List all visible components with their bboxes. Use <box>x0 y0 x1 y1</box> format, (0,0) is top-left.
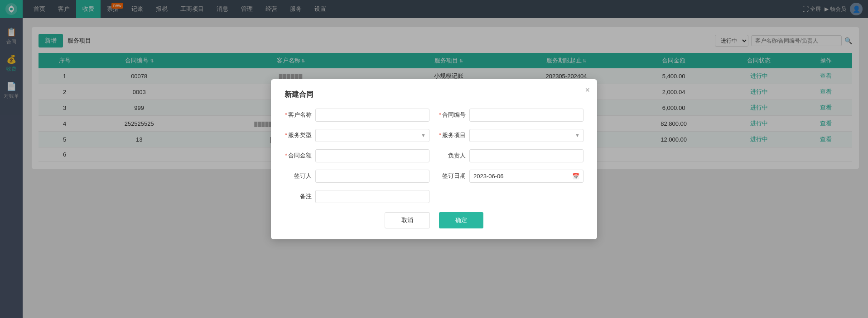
form-row-1: *客户名称 *合同编号 <box>285 109 583 122</box>
confirm-button[interactable]: 确定 <box>439 212 483 228</box>
form-row-4: 签订人 签订日期 2023-06-06 📅 <box>285 170 583 183</box>
form-row-2: *服务类型 ▼ *服务项目 ▼ <box>285 129 583 142</box>
remark-input[interactable] <box>315 190 429 203</box>
sign-date-field: 签订日期 2023-06-06 📅 <box>439 170 583 183</box>
responsible-input[interactable] <box>469 149 583 162</box>
customer-name-field: *客户名称 <box>285 109 429 122</box>
required-star: * <box>285 111 287 118</box>
service-type-label: *服务类型 <box>285 131 312 139</box>
calendar-icon: 📅 <box>572 173 579 180</box>
sign-date-label: 签订日期 <box>439 172 466 180</box>
modal-footer: 取消 确定 <box>285 212 583 228</box>
modal-overlay[interactable]: × 新建合同 *客户名称 *合同编号 *服务类型 <box>0 0 868 318</box>
signer-field: 签订人 <box>285 170 429 183</box>
responsible-label: 负责人 <box>439 152 466 160</box>
customer-name-label: *客户名称 <box>285 111 312 119</box>
remark-label: 备注 <box>285 192 312 200</box>
contract-amount-label: *合同金额 <box>285 152 312 160</box>
customer-name-input[interactable] <box>315 109 429 122</box>
service-type-select[interactable] <box>315 129 429 142</box>
contract-amount-field: *合同金额 0.00 <box>285 149 429 162</box>
service-type-field: *服务类型 ▼ <box>285 129 429 142</box>
contract-no-input[interactable] <box>469 109 583 122</box>
required-star-4: * <box>439 132 441 138</box>
service-item-label: *服务项目 <box>439 131 466 139</box>
sign-date-value: 2023-06-06 <box>473 173 504 180</box>
modal-title: 新建合同 <box>285 90 583 100</box>
new-contract-modal: × 新建合同 *客户名称 *合同编号 *服务类型 <box>271 79 597 239</box>
required-star-2: * <box>439 111 441 118</box>
sign-date-display[interactable]: 2023-06-06 📅 <box>469 170 583 183</box>
responsible-field: 负责人 <box>439 149 583 162</box>
contract-amount-input[interactable]: 0.00 <box>315 149 429 162</box>
required-star-5: * <box>285 152 287 159</box>
service-item-wrapper: ▼ <box>469 129 583 142</box>
remark-field: 备注 <box>285 190 429 203</box>
service-item-field: *服务项目 ▼ <box>439 129 583 142</box>
form-row-3: *合同金额 0.00 负责人 <box>285 149 583 162</box>
contract-no-label: *合同编号 <box>439 111 466 119</box>
contract-no-field: *合同编号 <box>439 109 583 122</box>
signer-input[interactable] <box>315 170 429 183</box>
modal-close-button[interactable]: × <box>585 85 590 95</box>
service-item-select[interactable] <box>469 129 583 142</box>
required-star-3: * <box>285 132 287 138</box>
signer-label: 签订人 <box>285 172 312 180</box>
cancel-button[interactable]: 取消 <box>385 212 430 228</box>
form-row-5: 备注 <box>285 190 583 203</box>
service-type-wrapper: ▼ <box>315 129 429 142</box>
